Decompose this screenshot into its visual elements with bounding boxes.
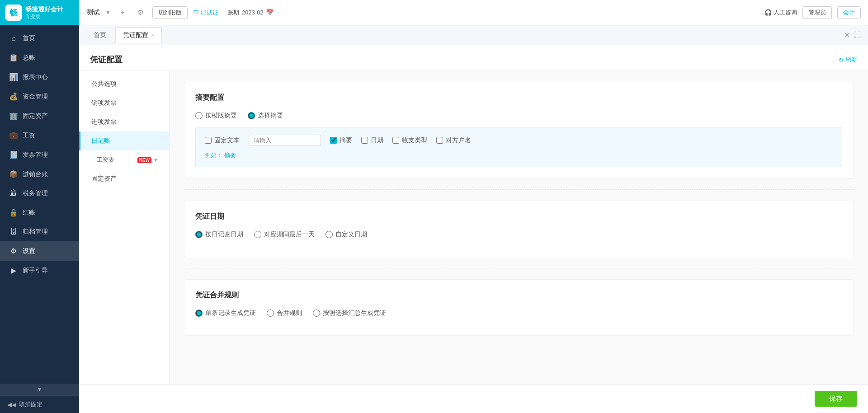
sidebar-item-label: 归档管理: [23, 228, 48, 236]
left-menu: 公共选项 销项发票 进项发票 日记账 工资表 NEW ▼ 固定资产: [79, 71, 170, 384]
radio-diary-date[interactable]: 按日记账日期: [195, 230, 243, 239]
admin-button[interactable]: 管理员: [802, 6, 832, 19]
checkbox-counterpart-label: 对方户名: [446, 136, 471, 145]
accountant-button[interactable]: 会计: [837, 6, 861, 19]
funds-icon: 💰: [9, 92, 18, 101]
summary-radio-group: 按模版摘要 选择摘要: [195, 112, 842, 120]
radio-template-input[interactable]: [195, 112, 203, 119]
sidebar-item-label: 发票管理: [23, 151, 48, 159]
add-project-icon[interactable]: ＋: [116, 6, 129, 19]
radio-single-record-input[interactable]: [195, 310, 203, 317]
sidebar-item-label: 资金管理: [23, 93, 48, 101]
sidebar-item-assets[interactable]: 🏢 固定资产: [0, 106, 79, 126]
checkbox-fixed-text[interactable]: 固定文本: [205, 136, 240, 145]
sidebar-item-ledger[interactable]: 📋 总账: [0, 48, 79, 67]
tab-home-label: 首页: [94, 31, 106, 39]
radio-diary-date-input[interactable]: [195, 231, 203, 238]
sidebar-item-label: 总账: [23, 54, 35, 62]
archive-icon: 🗄: [9, 228, 18, 236]
radio-select-input[interactable]: [248, 112, 255, 119]
new-badge: NEW: [137, 157, 151, 163]
checkbox-date[interactable]: 日期: [361, 136, 383, 145]
help-button[interactable]: 🎧 人工咨询: [764, 9, 797, 17]
radio-single-record[interactable]: 单条记录生成凭证: [195, 309, 256, 317]
checkbox-fixed-text-input[interactable]: [205, 137, 212, 144]
radio-last-day-input[interactable]: [254, 231, 261, 238]
checkbox-row: 固定文本 摘要 日期: [205, 135, 833, 146]
sidebar-item-tax[interactable]: 🏛 税务管理: [0, 184, 79, 203]
app-name: 畅捷通好会计: [25, 5, 63, 13]
verified-badge: 🛡 已认证: [193, 9, 218, 17]
date-title: 凭证日期: [195, 212, 842, 221]
radio-custom-date[interactable]: 自定义日期: [326, 230, 367, 239]
cancel-pin-button[interactable]: ◀◀ 取消固定: [0, 395, 79, 413]
checkbox-summary[interactable]: 摘要: [330, 136, 352, 145]
sidebar-item-label: 新手引导: [23, 267, 48, 275]
app-edition: 专业版: [25, 13, 63, 20]
left-menu-item-fixed-assets[interactable]: 固定资产: [79, 169, 169, 188]
checkbox-income-type-input[interactable]: [392, 137, 399, 144]
left-menu-item-diary[interactable]: 日记账: [79, 131, 169, 150]
sidebar-item-payroll[interactable]: 💼 工资: [0, 126, 79, 145]
radio-select-merge[interactable]: 按照选择汇总生成凭证: [313, 309, 386, 317]
tab-voucher-config[interactable]: 凭证配置 ×: [115, 27, 162, 43]
left-menu-item-public[interactable]: 公共选项: [79, 75, 169, 94]
merge-section: 凭证合并规则 单条记录生成凭证 合并规则: [184, 279, 854, 336]
radio-select-merge-input[interactable]: [313, 310, 320, 317]
checkbox-summary-input[interactable]: [330, 137, 337, 144]
headset-icon: 🎧: [764, 9, 772, 16]
left-menu-item-purchase-invoice[interactable]: 进项发票: [79, 113, 169, 131]
sidebar-item-invoices[interactable]: 🧾 发票管理: [0, 145, 79, 164]
radio-merge-rule-input[interactable]: [267, 310, 274, 317]
checkbox-counterpart[interactable]: 对方户名: [436, 136, 471, 145]
radio-select-label: 选择摘要: [258, 112, 283, 120]
sidebar-item-home[interactable]: ⌂ 首页: [0, 29, 79, 48]
radio-last-day[interactable]: 对应期间最后一天: [254, 230, 315, 239]
switch-old-version-button[interactable]: 切到旧版: [152, 6, 188, 19]
expand-icon[interactable]: ⛶: [854, 31, 861, 39]
close-window-icon[interactable]: ✕: [844, 31, 850, 39]
tab-close-icon[interactable]: ×: [151, 32, 154, 38]
checkbox-date-input[interactable]: [361, 137, 368, 144]
fixed-text-input[interactable]: [249, 135, 321, 146]
sidebar-item-label: 首页: [23, 34, 35, 42]
sales-icon: 📦: [9, 170, 18, 178]
checkbox-fixed-text-label: 固定文本: [214, 136, 240, 145]
left-menu-item-sales-invoice[interactable]: 销项发票: [79, 94, 169, 113]
sidebar-item-sales[interactable]: 📦 进销台账: [0, 164, 79, 184]
page-title: 凭证配置: [90, 54, 123, 65]
sidebar-item-funds[interactable]: 💰 资金管理: [0, 87, 79, 106]
refresh-button[interactable]: ↻ 刷新: [839, 56, 857, 64]
topbar-right: 🎧 人工咨询 管理员 会计: [764, 6, 861, 19]
radio-select-summary[interactable]: 选择摘要: [248, 112, 283, 120]
save-bar: 保存: [79, 384, 868, 413]
sidebar-scroll-down[interactable]: ▼: [0, 384, 79, 395]
tab-home[interactable]: 首页: [86, 28, 113, 43]
ledger-icon: 📋: [9, 53, 18, 62]
calendar-icon[interactable]: 📅: [266, 9, 274, 16]
period-display: 账期 2023-02 📅: [227, 9, 274, 17]
radio-custom-date-input[interactable]: [326, 231, 333, 238]
project-settings-icon[interactable]: ⚙: [134, 6, 147, 19]
example-label: 例如：: [205, 152, 222, 159]
radio-template-summary[interactable]: 按模版摘要: [195, 112, 237, 120]
sidebar-item-reports[interactable]: 📊 报表中心: [0, 67, 79, 87]
sidebar-item-label: 进销台账: [23, 170, 48, 178]
section-divider-1: [184, 189, 854, 190]
summary-section: 摘要配置 按模版摘要 选择摘要: [184, 82, 854, 178]
checkbox-income-type-label: 收支类型: [402, 136, 427, 145]
sidebar-item-archive[interactable]: 🗄 归档管理: [0, 222, 79, 241]
sidebar-item-settings[interactable]: ⚙ 设置: [0, 241, 79, 261]
sidebar-item-guide[interactable]: ▶ 新手引导: [0, 261, 79, 280]
left-menu-item-payroll-table[interactable]: 工资表 NEW ▼: [79, 150, 169, 169]
save-button[interactable]: 保存: [815, 391, 857, 407]
verified-label: 已认证: [201, 9, 218, 17]
checkbox-income-type[interactable]: 收支类型: [392, 136, 427, 145]
radio-select-merge-label: 按照选择汇总生成凭证: [323, 309, 386, 317]
checkbox-counterpart-input[interactable]: [436, 137, 443, 144]
main-area: 测试 ▼ ＋ ⚙ 切到旧版 🛡 已认证 账期 2023-02 📅 🎧 人工咨询 …: [79, 0, 868, 413]
sidebar-item-closing[interactable]: 🔒 结账: [0, 203, 79, 222]
project-dropdown-icon[interactable]: ▼: [105, 9, 111, 16]
guide-icon: ▶: [9, 266, 18, 275]
radio-merge-rule[interactable]: 合并规则: [267, 309, 302, 317]
